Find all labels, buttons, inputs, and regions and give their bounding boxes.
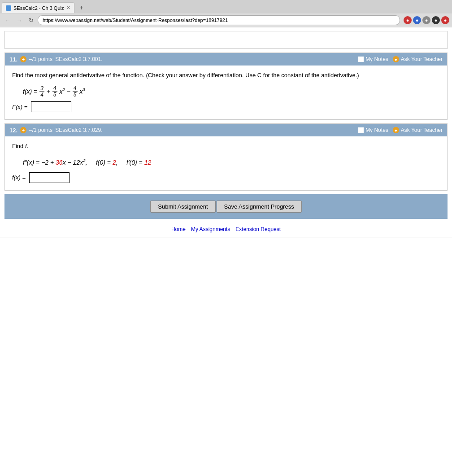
- browser-icon-gray: ●: [422, 16, 430, 24]
- question-12-answer-label: f(x) =: [12, 174, 26, 181]
- x-squared-11: x2 −: [59, 88, 72, 95]
- fx-label-11: f(x) =: [23, 88, 39, 95]
- question-11-my-notes[interactable]: My Notes: [358, 56, 388, 62]
- question-11-info-icon: ●: [393, 56, 399, 62]
- footer-extension-request-link[interactable]: Extension Request: [235, 226, 281, 232]
- question-11-number: 11.: [9, 56, 17, 63]
- toolbar-icons: ● ● ● ● ●: [404, 16, 449, 24]
- tab-favicon: [6, 5, 11, 11]
- x-cubed-11: x3: [79, 88, 85, 95]
- question-12-info-icon: ●: [393, 127, 399, 133]
- question-12-ask-teacher-label: Ask Your Teacher: [401, 127, 443, 133]
- question-11-plus-icon[interactable]: +: [20, 56, 26, 62]
- question-12-header-right: My Notes ● Ask Your Teacher: [358, 127, 443, 133]
- question-11-notes-label: My Notes: [365, 56, 388, 62]
- question-12-text: Find f.: [12, 142, 440, 151]
- question-12-number: 12.: [9, 127, 17, 134]
- browser-icon-dark: ●: [432, 16, 440, 24]
- footer-home-link[interactable]: Home: [171, 226, 186, 232]
- fraction-4-5: 4 5: [52, 86, 57, 98]
- browser-icon-red2: ●: [441, 16, 449, 24]
- question-11-body: Find the most general antiderivative of …: [5, 66, 447, 119]
- question-11-formula: f(x) = 3 4 + 4 5 x2 − 4 5 x3: [23, 85, 440, 98]
- question-11-header: 11. + –/1 points SEssCalc2 3.7.001. My N…: [5, 53, 447, 66]
- address-input[interactable]: [38, 15, 400, 25]
- partial-question-top: [4, 31, 448, 49]
- question-11-source: SEssCalc2 3.7.001.: [55, 56, 102, 62]
- question-12-formula: f″(x) = −2 + 36x − 12x2, f(0) = 2, f′(0)…: [23, 156, 440, 169]
- question-11-header-right: My Notes ● Ask Your Teacher: [358, 56, 443, 62]
- question-11-answer-row: F(x) =: [12, 101, 440, 112]
- fraction-3-4: 3 4: [39, 86, 44, 98]
- tab-bar: SEssCalc2 - Ch 3 Quiz ✕ +: [0, 0, 452, 13]
- question-11-ask-teacher[interactable]: ● Ask Your Teacher: [393, 56, 443, 62]
- reload-button[interactable]: ↻: [26, 15, 36, 25]
- question-11-answer-input[interactable]: [31, 101, 71, 112]
- page-divider: [0, 237, 452, 237]
- address-bar-row: ← → ↻ ● ● ● ● ●: [0, 13, 452, 27]
- bottom-action-bar: Submit Assignment Save Assignment Progre…: [4, 194, 448, 219]
- question-12-notes-checkbox[interactable]: [358, 127, 364, 133]
- question-12-source: SEssCalc2 3.7.029.: [55, 127, 102, 133]
- question-12-ask-teacher[interactable]: ● Ask Your Teacher: [393, 127, 443, 133]
- question-11-text: Find the most general antiderivative of …: [12, 71, 440, 80]
- question-11-block: 11. + –/1 points SEssCalc2 3.7.001. My N…: [4, 52, 448, 120]
- browser-chrome: SEssCalc2 - Ch 3 Quiz ✕ + ← → ↻ ● ● ● ● …: [0, 0, 452, 27]
- tab-close-button[interactable]: ✕: [66, 5, 70, 11]
- forward-button[interactable]: →: [14, 15, 24, 25]
- question-12-answer-row: f(x) =: [12, 172, 440, 183]
- submit-assignment-button[interactable]: Submit Assignment: [150, 201, 215, 213]
- question-11-points: –/1 points: [29, 56, 52, 62]
- plus-sign-11: +: [47, 88, 52, 95]
- back-button[interactable]: ←: [3, 15, 13, 25]
- new-tab-button[interactable]: +: [76, 3, 86, 13]
- question-12-header: 12. + –/1 points SEssCalc2 3.7.029. My N…: [5, 124, 447, 136]
- browser-icon-blue: ●: [413, 16, 421, 24]
- tab-title: SEssCalc2 - Ch 3 Quiz: [13, 5, 64, 11]
- browser-icon-red: ●: [404, 16, 412, 24]
- question-12-notes-label: My Notes: [365, 127, 388, 133]
- question-12-my-notes[interactable]: My Notes: [358, 127, 388, 133]
- fraction-4-5b: 4 5: [73, 86, 78, 98]
- question-12-body: Find f. f″(x) = −2 + 36x − 12x2, f(0) = …: [5, 136, 447, 190]
- page-content: 11. + –/1 points SEssCalc2 3.7.001. My N…: [0, 31, 452, 237]
- footer-links: Home My Assignments Extension Request: [0, 223, 452, 236]
- question-11-ask-teacher-label: Ask Your Teacher: [401, 56, 443, 62]
- question-12-block: 12. + –/1 points SEssCalc2 3.7.029. My N…: [4, 123, 448, 191]
- question-12-plus-icon[interactable]: +: [20, 127, 26, 133]
- question-11-notes-checkbox[interactable]: [358, 57, 364, 62]
- save-assignment-button[interactable]: Save Assignment Progress: [217, 201, 302, 213]
- active-tab[interactable]: SEssCalc2 - Ch 3 Quiz ✕: [2, 2, 74, 13]
- question-12-header-left: 12. + –/1 points SEssCalc2 3.7.029.: [9, 127, 103, 134]
- question-11-header-left: 11. + –/1 points SEssCalc2 3.7.001.: [9, 56, 103, 63]
- question-12-answer-input[interactable]: [29, 172, 70, 183]
- footer-my-assignments-link[interactable]: My Assignments: [191, 226, 230, 232]
- question-12-points: –/1 points: [29, 127, 52, 133]
- question-11-answer-label: F(x) =: [12, 104, 27, 110]
